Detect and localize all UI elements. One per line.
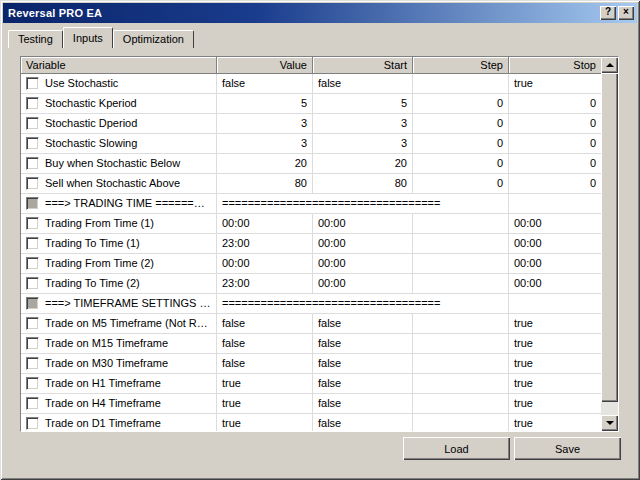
cell-step[interactable] [413, 274, 509, 294]
cell-stop[interactable]: true [509, 334, 601, 354]
cell-value[interactable]: true [217, 414, 313, 431]
scrollbar-track[interactable] [601, 73, 618, 415]
cell-value[interactable]: 23:00 [217, 274, 313, 294]
cell-start[interactable]: 20 [313, 154, 413, 174]
column-header-stop[interactable]: Stop [509, 57, 601, 74]
cell-start[interactable]: 3 [313, 114, 413, 134]
cell-value[interactable]: false [217, 334, 313, 354]
cell-step[interactable]: 0 [413, 134, 509, 154]
column-header-value[interactable]: Value [217, 57, 313, 74]
cell-stop[interactable]: true [509, 394, 601, 414]
row-checkbox[interactable] [26, 357, 39, 370]
cell-value[interactable]: 20 [217, 154, 313, 174]
cell-stop[interactable]: 0 [509, 154, 601, 174]
cell-start[interactable]: false [313, 334, 413, 354]
row-checkbox[interactable] [26, 377, 39, 390]
row-checkbox[interactable] [26, 277, 39, 290]
tab-testing[interactable]: Testing [8, 30, 63, 48]
cell-stop[interactable]: 0 [509, 174, 601, 194]
row-checkbox[interactable] [26, 297, 39, 310]
row-checkbox[interactable] [26, 257, 39, 270]
cell-step[interactable] [413, 314, 509, 334]
cell-start[interactable]: 00:00 [313, 234, 413, 254]
cell-value[interactable]: 3 [217, 114, 313, 134]
cell-step[interactable] [413, 214, 509, 234]
cell-value[interactable]: 00:00 [217, 214, 313, 234]
cell-stop[interactable]: 00:00 [509, 274, 601, 294]
cell-step[interactable]: 0 [413, 154, 509, 174]
row-checkbox[interactable] [26, 117, 39, 130]
vertical-scrollbar[interactable] [601, 57, 618, 431]
scroll-up-button[interactable] [601, 57, 618, 73]
cell-value[interactable]: 3 [217, 134, 313, 154]
cell-value[interactable]: false [217, 314, 313, 334]
scrollbar-thumb[interactable] [601, 73, 618, 402]
cell-start[interactable]: false [313, 314, 413, 334]
cell-step[interactable] [413, 414, 509, 431]
row-checkbox[interactable] [26, 177, 39, 190]
row-checkbox[interactable] [26, 417, 39, 430]
cell-step[interactable] [413, 334, 509, 354]
row-checkbox[interactable] [26, 157, 39, 170]
tab-optimization[interactable]: Optimization [113, 30, 194, 48]
cell-start[interactable]: false [313, 374, 413, 394]
cell-start[interactable]: false [313, 394, 413, 414]
cell-stop[interactable]: 0 [509, 134, 601, 154]
cell-step[interactable] [413, 74, 509, 94]
row-checkbox[interactable] [26, 97, 39, 110]
column-header-step[interactable]: Step [413, 57, 509, 74]
cell-stop[interactable]: true [509, 74, 601, 94]
cell-value[interactable]: false [217, 354, 313, 374]
row-checkbox[interactable] [26, 77, 39, 90]
cell-value[interactable]: 23:00 [217, 234, 313, 254]
cell-stop[interactable]: 00:00 [509, 214, 601, 234]
cell-stop[interactable]: true [509, 354, 601, 374]
cell-value[interactable]: 5 [217, 94, 313, 114]
cell-step[interactable]: 0 [413, 94, 509, 114]
cell-start[interactable]: false [313, 74, 413, 94]
scroll-down-button[interactable] [601, 415, 618, 431]
cell-value[interactable]: true [217, 394, 313, 414]
cell-start[interactable]: 00:00 [313, 254, 413, 274]
cell-value[interactable]: 80 [217, 174, 313, 194]
cell-stop[interactable]: true [509, 374, 601, 394]
help-button[interactable]: ? [600, 6, 616, 20]
row-checkbox[interactable] [26, 217, 39, 230]
cell-step[interactable] [413, 374, 509, 394]
cell-step[interactable] [413, 394, 509, 414]
row-checkbox[interactable] [26, 237, 39, 250]
cell-value[interactable]: false [217, 74, 313, 94]
cell-step[interactable]: 0 [413, 174, 509, 194]
cell-start[interactable]: 80 [313, 174, 413, 194]
cell-start[interactable]: 5 [313, 94, 413, 114]
cell-step[interactable] [413, 234, 509, 254]
cell-value[interactable]: true [217, 374, 313, 394]
cell-step[interactable] [413, 254, 509, 274]
row-checkbox[interactable] [26, 317, 39, 330]
column-header-start[interactable]: Start [313, 57, 413, 74]
tab-inputs[interactable]: Inputs [63, 27, 113, 48]
cell-stop[interactable]: true [509, 414, 601, 431]
column-header-variable[interactable]: Variable [21, 57, 217, 74]
cell-start[interactable]: false [313, 414, 413, 431]
cell-step[interactable]: 0 [413, 114, 509, 134]
cell-stop[interactable]: 00:00 [509, 234, 601, 254]
load-button[interactable]: Load [403, 437, 510, 460]
cell-step[interactable] [413, 354, 509, 374]
cell-stop[interactable]: 0 [509, 114, 601, 134]
cell-stop[interactable]: 00:00 [509, 254, 601, 274]
close-button[interactable]: × [618, 6, 634, 20]
row-checkbox[interactable] [26, 197, 39, 210]
cell-value[interactable]: 00:00 [217, 254, 313, 274]
titlebar[interactable]: Reversal PRO EA ? × [3, 3, 637, 23]
row-checkbox[interactable] [26, 397, 39, 410]
row-checkbox[interactable] [26, 337, 39, 350]
cell-start[interactable]: 00:00 [313, 274, 413, 294]
save-button[interactable]: Save [514, 437, 621, 460]
cell-stop[interactable]: 0 [509, 94, 601, 114]
cell-stop[interactable]: true [509, 314, 601, 334]
cell-start[interactable]: 00:00 [313, 214, 413, 234]
cell-start[interactable]: 3 [313, 134, 413, 154]
cell-start[interactable]: false [313, 354, 413, 374]
row-checkbox[interactable] [26, 137, 39, 150]
